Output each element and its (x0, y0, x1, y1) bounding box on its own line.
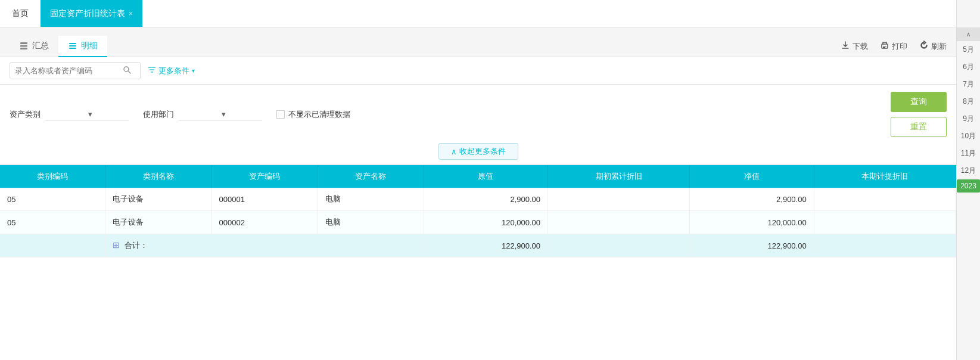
row2-category-code: 05 (0, 211, 105, 234)
total-original-value: 122,900.00 (424, 234, 547, 257)
svg-rect-3 (69, 43, 76, 44)
action-buttons: 查询 重置 (891, 92, 947, 137)
month-9[interactable]: 9月 (960, 110, 976, 128)
search-icon (122, 65, 132, 76)
row1-category-name: 电子设备 (105, 188, 211, 211)
more-conditions-label: 更多条件 (158, 66, 189, 76)
month-5[interactable]: 5月 (960, 41, 976, 58)
asset-category-select[interactable]: ▾ (45, 108, 129, 120)
hide-cleared-label: 不显示已清理数据 (288, 109, 350, 120)
row1-asset-name: 电脑 (318, 188, 424, 211)
svg-rect-0 (20, 42, 27, 44)
list-icon (68, 41, 77, 51)
row2-acc-depreciation (548, 211, 690, 234)
filter-row: 资产类别 ▾ 使用部门 ▾ 不显示已清理数据 查询 重置 (10, 92, 947, 137)
filter-area: 资产类别 ▾ 使用部门 ▾ 不显示已清理数据 查询 重置 (0, 85, 956, 165)
row2-asset-name: 电脑 (318, 211, 424, 234)
collapse-up-icon: ∧ (451, 147, 457, 156)
year-2023[interactable]: 2023 (957, 179, 980, 193)
collapse-button[interactable]: ∧ 收起更多条件 (438, 143, 518, 160)
row2-asset-code: 000002 (211, 211, 318, 234)
row2-current-depreciation (814, 211, 956, 234)
row1-net-value: 2,900.00 (690, 188, 814, 211)
sub-tabs: 汇总 明细 下载 打印 (0, 27, 956, 57)
refresh-button[interactable]: 刷新 (919, 41, 947, 52)
svg-rect-8 (883, 47, 885, 48)
data-table: 类别编码 类别名称 资产编码 资产名称 原值 期初累计折旧 净值 本期计提折旧 … (0, 165, 956, 257)
top-nav: 首页 固定资产折旧统计表 × ✕ (0, 0, 980, 27)
department-chevron-icon: ▾ (222, 110, 260, 119)
col-category-name: 类别名称 (105, 165, 211, 188)
svg-point-9 (124, 67, 129, 72)
active-tab[interactable]: 固定资产折旧统计表 × (41, 0, 142, 27)
tab-detail-label: 明细 (81, 41, 98, 51)
refresh-label: 刷新 (931, 41, 947, 52)
table-container: 类别编码 类别名称 资产编码 资产名称 原值 期初累计折旧 净值 本期计提折旧 … (0, 165, 956, 360)
month-7[interactable]: 7月 (960, 76, 976, 93)
asset-category-group: 资产类别 ▾ (10, 108, 129, 120)
table-header-row: 类别编码 类别名称 资产编码 资产名称 原值 期初累计折旧 净值 本期计提折旧 (0, 165, 956, 188)
main-content: 汇总 明细 下载 打印 (0, 27, 956, 360)
refresh-icon (919, 41, 929, 52)
table-row[interactable]: 05 电子设备 000002 电脑 120,000.00 120,000.00 (0, 211, 956, 234)
home-tab[interactable]: 首页 (0, 0, 41, 27)
month-6[interactable]: 6月 (960, 58, 976, 76)
total-acc-depreciation (548, 234, 690, 257)
query-button[interactable]: 查询 (891, 92, 947, 112)
reset-button[interactable]: 重置 (891, 117, 947, 137)
hide-cleared-group: 不显示已清理数据 (276, 109, 350, 120)
print-icon (880, 41, 889, 52)
col-category-code: 类别编码 (0, 165, 105, 188)
month-11[interactable]: 11月 (959, 145, 978, 162)
download-label: 下载 (853, 41, 868, 52)
row2-category-name: 电子设备 (105, 211, 211, 234)
row2-original-value: 120,000.00 (424, 211, 547, 234)
tab-summary[interactable]: 汇总 (10, 36, 58, 57)
svg-rect-2 (20, 48, 27, 49)
svg-rect-1 (20, 45, 27, 47)
row1-category-code: 05 (0, 188, 105, 211)
print-label: 打印 (892, 41, 907, 52)
download-button[interactable]: 下载 (841, 41, 868, 52)
col-original-value: 原值 (424, 165, 547, 188)
download-icon (841, 41, 850, 52)
col-current-depreciation: 本期计提折旧 (814, 165, 956, 188)
col-asset-code: 资产编码 (211, 165, 318, 188)
hide-cleared-checkbox[interactable] (276, 110, 285, 119)
right-sidebar: ∧ 5月 6月 7月 8月 9月 10月 11月 12月 2023 (956, 0, 980, 360)
department-select[interactable]: ▾ (179, 108, 262, 120)
svg-line-10 (129, 72, 131, 74)
toolbar-right: 下载 打印 刷新 (841, 41, 947, 57)
sidebar-arrow-up[interactable]: ∧ (957, 27, 980, 41)
svg-rect-5 (69, 48, 76, 49)
total-net-value: 122,900.00 (690, 234, 814, 257)
total-row: ⊞ 合计： 122,900.00 122,900.00 (0, 234, 956, 257)
department-group: 使用部门 ▾ (143, 108, 262, 120)
tab-summary-label: 汇总 (32, 41, 49, 51)
search-bar: 更多条件 ▾ (0, 57, 956, 85)
collapse-label: 收起更多条件 (459, 146, 506, 157)
search-input[interactable] (15, 66, 122, 75)
month-10[interactable]: 10月 (959, 128, 978, 145)
department-label: 使用部门 (143, 109, 174, 120)
tab-detail[interactable]: 明细 (58, 36, 107, 57)
asset-category-label: 资产类别 (10, 109, 41, 120)
total-icon-cell (0, 234, 105, 257)
chevron-down-icon: ▾ (192, 67, 195, 74)
table-row[interactable]: 05 电子设备 000001 电脑 2,900.00 2,900.00 (0, 188, 956, 211)
col-net-value: 净值 (690, 165, 814, 188)
col-acc-depreciation: 期初累计折旧 (548, 165, 690, 188)
row1-acc-depreciation (548, 188, 690, 211)
more-conditions-button[interactable]: 更多条件 ▾ (148, 66, 195, 76)
month-12[interactable]: 12月 (959, 162, 978, 179)
filter-icon (148, 66, 156, 76)
print-button[interactable]: 打印 (880, 41, 907, 52)
total-current-depreciation (814, 234, 956, 257)
tab-close-icon[interactable]: × (129, 10, 133, 18)
search-input-wrap[interactable] (10, 62, 141, 79)
collapse-row: ∧ 收起更多条件 (10, 143, 947, 160)
row1-original-value: 2,900.00 (424, 188, 547, 211)
total-label-cell: ⊞ 合计： (105, 234, 424, 257)
month-8[interactable]: 8月 (960, 93, 976, 110)
layers-icon (19, 41, 29, 51)
